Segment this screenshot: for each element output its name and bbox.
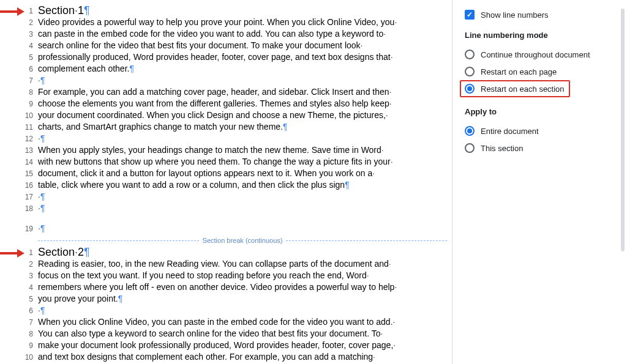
line-number: 9	[0, 98, 38, 110]
text-line: 2Reading is easier, too, in the new Read…	[0, 258, 447, 270]
line-number: 7	[0, 316, 38, 328]
line-number: 10	[0, 351, 38, 363]
line-number: 19	[0, 223, 38, 234]
text-line: 6·¶	[0, 305, 447, 316]
radio-icon	[465, 143, 475, 153]
line-number: 14	[0, 156, 38, 168]
text-line: 10and text box designs that complement e…	[0, 351, 447, 363]
line-number: 9	[0, 340, 38, 351]
line-number: 6	[0, 63, 38, 75]
text-line: 8For example, you can add a matching cov…	[0, 86, 447, 98]
text-line: 9choose the elements you want from the d…	[0, 98, 447, 110]
text-line: 4search online for the video that best f…	[0, 40, 447, 51]
text-line: 13When you apply styles, your headings c…	[0, 144, 447, 156]
section-break-label: Section break (continuous)	[199, 237, 287, 244]
mode-heading: Line numbering mode	[465, 31, 617, 40]
scrollbar-thumb[interactable]	[621, 9, 625, 251]
radio-icon	[465, 126, 475, 136]
text-line: 18·¶	[0, 202, 447, 214]
line-number: 1	[0, 5, 38, 17]
text-line: 5you prove your point.¶	[0, 293, 447, 305]
line-number: 13	[0, 144, 38, 156]
radio-entire-document[interactable]: Entire document	[465, 122, 617, 139]
line-number: 15	[0, 168, 38, 179]
radio-icon	[465, 50, 475, 59]
text-line: 11charts, and SmartArt graphics change t…	[0, 121, 447, 133]
text-line: 17·¶	[0, 191, 447, 202]
line-number: 2	[0, 258, 38, 270]
line-number: 4	[0, 40, 38, 51]
radio-restart-page[interactable]: Restart on each page	[465, 63, 617, 80]
line-number: 8	[0, 328, 38, 340]
section-break: Section break (continuous)	[38, 237, 447, 244]
line-number: 16	[0, 179, 38, 191]
line-number: 8	[0, 86, 38, 98]
line-number: 1	[0, 247, 38, 258]
checkbox-label: Show line numbers	[481, 10, 549, 20]
line-number: 3	[0, 28, 38, 40]
radio-restart-section[interactable]: Restart on each section	[465, 83, 565, 95]
text-line: 4remembers where you left off - even on …	[0, 281, 447, 293]
line-number: 2	[0, 17, 38, 28]
heading-line: 1 Section·1¶	[0, 5, 447, 17]
text-line: 15document, click it and a button for la…	[0, 168, 447, 179]
line-numbers-sidebar: ✓ Show line numbers Line numbering mode …	[452, 0, 627, 364]
text-line: 6complement each other.¶	[0, 63, 447, 75]
line-number: 5	[0, 51, 38, 63]
line-number: 6	[0, 305, 38, 316]
line-number: 18	[0, 202, 38, 214]
radio-label: Restart on each page	[481, 67, 557, 76]
text-line: 8You can also type a keyword to search o…	[0, 328, 447, 340]
text-line: 7·¶	[0, 75, 447, 86]
line-number: 7	[0, 75, 38, 86]
section-heading: Section·1¶	[38, 5, 447, 16]
section-heading: Section·2¶	[38, 247, 447, 258]
line-number: 17	[0, 191, 38, 202]
line-number: 11	[0, 121, 38, 133]
scrollbar[interactable]	[621, 9, 625, 355]
heading-line: 1 Section·2¶	[0, 247, 447, 258]
radio-label: Continue throughout document	[481, 50, 590, 59]
line-number: 12	[0, 133, 38, 144]
apply-to-heading: Apply to	[465, 107, 617, 116]
text-line: 9make your document look professionally …	[0, 340, 447, 351]
text-line: 3focus on the text you want. If you need…	[0, 270, 447, 281]
radio-continue-document[interactable]: Continue throughout document	[465, 46, 617, 63]
text-line: 5professionally produced, Word provides …	[0, 51, 447, 63]
line-number: 5	[0, 293, 38, 305]
radio-label: Entire document	[481, 127, 539, 136]
text-line: 19·¶	[0, 223, 447, 234]
checkbox-icon: ✓	[465, 10, 475, 20]
text-line: 12·¶	[0, 133, 447, 144]
show-line-numbers-checkbox[interactable]: ✓ Show line numbers	[465, 10, 617, 20]
text-line: 14with new buttons that show up where yo…	[0, 156, 447, 168]
text-line: 2Video provides a powerful way to help y…	[0, 17, 447, 28]
annotation-highlight: Restart on each section	[460, 80, 570, 97]
line-number: 3	[0, 270, 38, 281]
text-line: 16table, click where you want to add a r…	[0, 179, 447, 191]
radio-icon	[465, 67, 475, 76]
line-number: 4	[0, 281, 38, 293]
radio-label: Restart on each section	[481, 84, 565, 94]
radio-label: This section	[481, 144, 523, 153]
text-line: 3can paste in the embed code for the vid…	[0, 28, 447, 40]
text-line: 10your document coordinated. When you cl…	[0, 110, 447, 121]
text-line: 7When you click Online Video, you can pa…	[0, 316, 447, 328]
line-number: 10	[0, 110, 38, 121]
document-area[interactable]: 1 Section·1¶ 2Video provides a powerful …	[0, 0, 452, 364]
radio-icon	[465, 84, 475, 94]
radio-this-section[interactable]: This section	[465, 139, 617, 157]
